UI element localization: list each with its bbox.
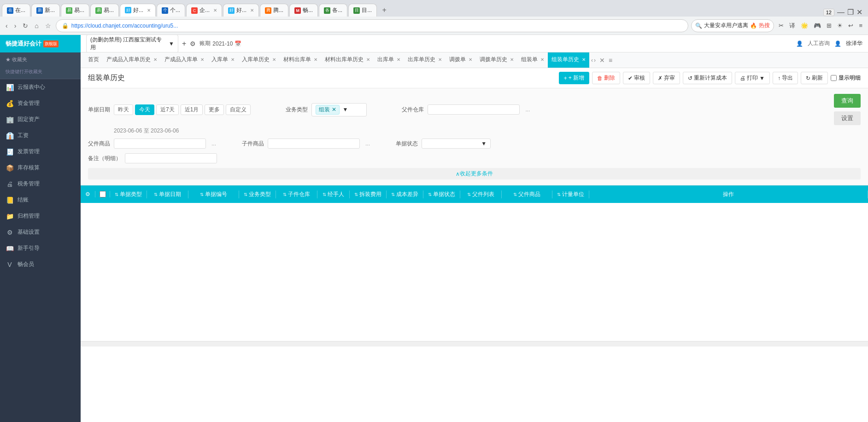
nav-tab-inbound-history-close[interactable]: ✕: [272, 57, 276, 62]
filter-child-goods-input[interactable]: [268, 139, 360, 149]
sidebar-item-member[interactable]: V 畅会员: [0, 256, 81, 272]
refresh-button[interactable]: ↻ 刷新: [801, 72, 828, 84]
browser-tab-9[interactable]: 腾 腾...: [260, 4, 288, 17]
sidebar-collection[interactable]: ★ 收藏夹: [0, 52, 81, 67]
grid-button[interactable]: ⊞: [825, 20, 833, 31]
sidebar-item-archive[interactable]: 📁 归档管理: [0, 208, 81, 224]
nav-tab-finished-goods-close[interactable]: ✕: [200, 57, 204, 62]
date-btn-today[interactable]: 今天: [135, 104, 154, 115]
forward-button[interactable]: ›: [12, 20, 18, 31]
nav-tab-inbound-close[interactable]: ✕: [231, 57, 235, 62]
undo-button[interactable]: ↩: [846, 20, 855, 31]
nav-tab-inbound-history[interactable]: 入库单历史 ✕: [238, 52, 280, 68]
nav-tab-material-outbound-close[interactable]: ✕: [314, 57, 317, 62]
sidebar-item-inventory[interactable]: 📦 库存核算: [0, 160, 81, 176]
sidebar-item-close-account[interactable]: 📒 结账: [0, 192, 81, 208]
show-detail-checkbox[interactable]: [831, 75, 837, 81]
sidebar-item-settings[interactable]: ⚙ 基础设置: [0, 224, 81, 240]
nav-tab-assembly-close[interactable]: ✕: [540, 57, 544, 62]
period-selector[interactable]: 账期 2021-10 📅: [199, 40, 241, 47]
nav-tab-finished-goods-history-close[interactable]: ✕: [153, 57, 157, 62]
nav-tab-outbound-history[interactable]: 出库单历史 ✕: [404, 52, 446, 68]
nav-tab-finished-goods[interactable]: 产成品入库单 ✕: [161, 52, 208, 68]
collapse-bar[interactable]: ∧ 收起更多条件: [88, 168, 861, 179]
search-bar[interactable]: 🔍 大量安卓用户逃离 🔥 热搜: [691, 19, 774, 32]
th-biz-type[interactable]: ⇅ 业务类型: [239, 191, 276, 198]
nav-tab-material-outbound-history-close[interactable]: ✕: [366, 57, 370, 62]
review-button[interactable]: ✔ 审核: [623, 72, 650, 84]
filter-parent-goods-input[interactable]: [114, 139, 206, 149]
browser-tab-1[interactable]: 在 在...: [2, 4, 30, 17]
browser-tab-11[interactable]: 各 各...: [319, 4, 347, 17]
th-bill-date[interactable]: ⇅ 单据日期: [147, 191, 188, 198]
date-btn-more[interactable]: 更多: [205, 104, 224, 115]
support-label[interactable]: 人工咨询: [808, 40, 830, 47]
th-dismount-fee[interactable]: ⇅ 拆装费用: [350, 191, 387, 198]
tab-close-8[interactable]: ✕: [250, 8, 254, 13]
nav-tab-finished-goods-history[interactable]: 产成品入库单历史 ✕: [103, 52, 161, 68]
browser-tab-12[interactable]: 目 目...: [348, 4, 377, 17]
brightness-button[interactable]: ☀: [835, 20, 845, 31]
nav-tab-material-outbound-history[interactable]: 材料出库单历史 ✕: [321, 52, 374, 68]
bookmark-button[interactable]: ☆: [43, 20, 53, 31]
th-unit[interactable]: ⇅ 计量单位: [552, 191, 589, 198]
th-parent-list[interactable]: ⇅ 父件列表: [460, 191, 502, 198]
reload-button[interactable]: ↻: [21, 20, 30, 31]
th-handler[interactable]: ⇅ 经手人: [317, 191, 350, 198]
filter-parent-wh-input[interactable]: [428, 104, 520, 115]
filter-settings-button[interactable]: 设置: [834, 111, 861, 125]
nav-close-all[interactable]: ✕: [598, 57, 607, 64]
sidebar-item-salary[interactable]: 👔 工资: [0, 127, 81, 144]
th-child-wh[interactable]: ⇅ 子件仓库: [276, 191, 317, 198]
sidebar-item-funds[interactable]: 💰 资金管理: [0, 95, 81, 111]
print-button[interactable]: 🖨 打印 ▼: [735, 72, 770, 84]
th-bill-type[interactable]: ⇅ 单据类型: [110, 191, 147, 198]
th-cost-diff[interactable]: ⇅ 成本差异: [387, 191, 423, 198]
nav-tab-home[interactable]: 首页: [84, 52, 103, 68]
tab-restore-button[interactable]: ❐: [847, 8, 854, 17]
nav-tab-transfer-close[interactable]: ✕: [469, 57, 472, 62]
sidebar-item-tax[interactable]: 🖨 税务管理: [0, 176, 81, 192]
filter-parent-wh-more[interactable]: ...: [525, 106, 530, 113]
cut-button[interactable]: ✂: [777, 20, 786, 31]
menu-button[interactable]: ≡: [857, 20, 864, 31]
select-all-checkbox[interactable]: [100, 191, 106, 197]
query-button[interactable]: 查询: [834, 94, 861, 108]
date-btn-yesterday[interactable]: 昨天: [114, 104, 133, 115]
nav-next-arrow[interactable]: ›: [594, 57, 596, 64]
nav-tab-assembly-history-close[interactable]: ✕: [582, 57, 586, 62]
delete-button[interactable]: 🗑 删除: [592, 72, 620, 84]
nav-tab-outbound-close[interactable]: ✕: [397, 57, 400, 62]
filter-child-goods-more[interactable]: ...: [365, 140, 370, 147]
biz-type-tag-close[interactable]: ✕: [332, 106, 336, 113]
browser-tab-2[interactable]: 新 新...: [31, 4, 60, 17]
browser-tab-10[interactable]: M 畅...: [289, 4, 318, 17]
tab-minimize-button[interactable]: —: [837, 8, 845, 17]
extension-btn-2[interactable]: 🎮: [812, 20, 823, 31]
browser-tab-6[interactable]: 个 个...: [157, 4, 185, 17]
filter-biz-type-select[interactable]: 组装 ✕ ▼: [311, 103, 367, 116]
browser-tab-7[interactable]: C 企... ✕: [186, 4, 222, 17]
nav-prev-arrow[interactable]: ‹: [591, 57, 593, 64]
nav-tab-transfer-history[interactable]: 调拨单历史 ✕: [476, 52, 517, 68]
extension-btn-1[interactable]: 🌟: [799, 20, 810, 31]
date-btn-7days[interactable]: 近7天: [156, 104, 179, 115]
th-bill-status[interactable]: ⇅ 单据状态: [423, 191, 460, 198]
nav-tab-assembly-history[interactable]: 组装单历史 ✕: [548, 52, 589, 68]
company-selector[interactable]: (勿删勿禁用) 江西服宝测试专用 ▼: [86, 35, 178, 53]
sidebar-item-invoice[interactable]: 🧾 发票管理: [0, 144, 81, 160]
nav-tab-outbound[interactable]: 出库单 ✕: [374, 52, 404, 68]
sidebar-item-guide[interactable]: 📖 新手引导: [0, 240, 81, 256]
nav-more-icon[interactable]: ≡: [607, 57, 614, 64]
bottom-scrollbar[interactable]: [81, 341, 868, 347]
home-button[interactable]: ⌂: [33, 20, 40, 31]
add-button[interactable]: + + 新增: [559, 72, 589, 84]
nav-tab-outbound-history-close[interactable]: ✕: [438, 57, 442, 62]
th-settings[interactable]: ⚙: [81, 191, 95, 197]
tab-close-5[interactable]: ✕: [147, 8, 151, 13]
sidebar-item-cloud-report[interactable]: 📊 云报表中心: [0, 79, 81, 95]
company-settings-button[interactable]: ⚙: [190, 40, 196, 47]
export-button[interactable]: ↑ 导出: [773, 72, 798, 84]
browser-tab-4[interactable]: 易 易...: [90, 4, 119, 17]
browser-tab-8[interactable]: 好 好... ✕: [223, 4, 259, 17]
